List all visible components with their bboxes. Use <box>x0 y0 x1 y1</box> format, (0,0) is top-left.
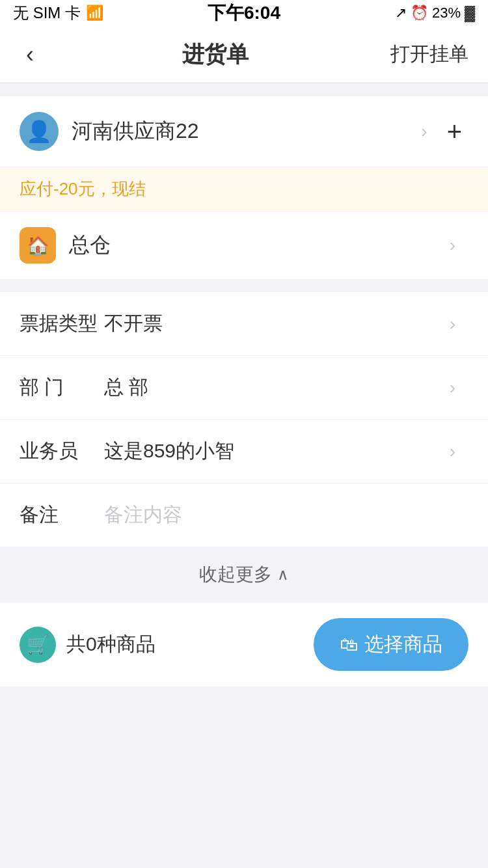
select-product-button[interactable]: 🛍 选择商品 <box>314 618 468 671</box>
house-icon: 🏠 <box>27 235 49 256</box>
status-left: 无 SIM 卡 📶 <box>13 3 103 23</box>
warehouse-chevron-icon: › <box>450 235 455 256</box>
supplier-avatar: 👤 <box>20 112 59 151</box>
open-pending-button[interactable]: 打开挂单 <box>390 41 468 68</box>
battery-icon: ▓ <box>465 5 475 21</box>
select-product-label: 选择商品 <box>364 631 442 658</box>
remark-row[interactable]: 备注 备注内容 <box>0 483 488 547</box>
department-row[interactable]: 部 门 总 部 › <box>0 356 488 420</box>
salesperson-chevron-icon: › <box>450 441 455 462</box>
location-icon: ↗ <box>395 5 407 21</box>
department-chevron-icon: › <box>450 377 455 398</box>
invoice-type-label: 票据类型 <box>20 310 104 337</box>
avatar-person-icon: 👤 <box>26 119 52 144</box>
collapse-arrow-icon: ∧ <box>277 565 289 584</box>
nav-title: 进货单 <box>182 40 249 70</box>
alarm-icon: ⏰ <box>411 5 428 21</box>
form-section: 票据类型 不开票 › 部 门 总 部 › 业务员 这是859的小智 › 备注 备… <box>0 292 488 547</box>
remark-label: 备注 <box>20 502 104 528</box>
cart-icon: 🛒 <box>27 634 49 655</box>
wifi-icon: 📶 <box>86 5 103 21</box>
add-supplier-button[interactable]: + <box>441 117 468 146</box>
salesperson-row[interactable]: 业务员 这是859的小智 › <box>0 420 488 483</box>
status-time: 下午6:04 <box>208 1 280 25</box>
back-button[interactable]: ‹ <box>20 34 40 75</box>
salesperson-label: 业务员 <box>20 438 104 465</box>
warehouse-row[interactable]: 🏠 总仓 › <box>0 211 488 279</box>
department-label: 部 门 <box>20 374 104 401</box>
status-bar: 无 SIM 卡 📶 下午6:04 ↗ ⏰ 23% ▓ <box>0 0 488 26</box>
nav-bar: ‹ 进货单 打开挂单 <box>0 26 488 83</box>
warehouse-icon: 🏠 <box>20 227 56 264</box>
status-right: ↗ ⏰ 23% ▓ <box>395 5 475 21</box>
salesperson-value: 这是859的小智 <box>104 438 450 465</box>
supplier-row[interactable]: 👤 河南供应商22 › + <box>0 96 488 167</box>
department-value: 总 部 <box>104 374 450 401</box>
collapse-text: 收起更多 <box>199 562 272 587</box>
product-count-text: 共0种商品 <box>66 631 156 658</box>
supplier-section: 👤 河南供应商22 › + 应付-20元，现结 🏠 总仓 › <box>0 96 488 279</box>
carrier-text: 无 SIM 卡 <box>13 3 81 23</box>
notice-text: 应付-20元，现结 <box>20 179 146 198</box>
invoice-type-row[interactable]: 票据类型 不开票 › <box>0 292 488 356</box>
supplier-chevron-icon: › <box>421 121 427 142</box>
section-gap-1 <box>0 83 488 96</box>
remark-input[interactable]: 备注内容 <box>104 502 468 528</box>
bottom-bar: 🛒 共0种商品 🛍 选择商品 <box>0 603 488 686</box>
product-count-left: 🛒 共0种商品 <box>20 627 156 663</box>
warehouse-name: 总仓 <box>69 231 450 260</box>
product-count-icon: 🛒 <box>20 627 56 663</box>
invoice-type-chevron-icon: › <box>450 314 455 334</box>
notice-row: 应付-20元，现结 <box>0 167 488 211</box>
supplier-name: 河南供应商22 <box>72 117 421 146</box>
invoice-type-value: 不开票 <box>104 310 450 337</box>
battery-text: 23% <box>432 5 461 21</box>
collapse-row[interactable]: 收起更多 ∧ <box>0 547 488 603</box>
select-product-icon: 🛍 <box>340 634 358 655</box>
